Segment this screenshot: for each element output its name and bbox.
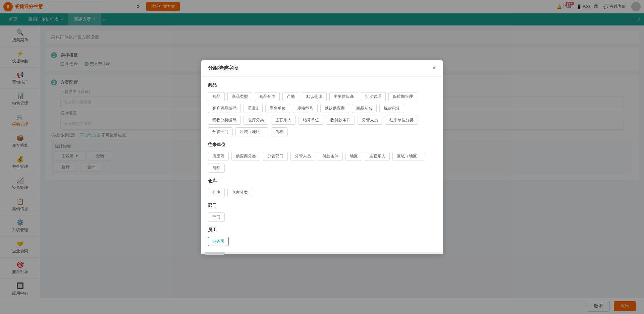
- tag-goods-main-supplier[interactable]: 主要供应商: [329, 92, 358, 101]
- tag-party-contact[interactable]: 主联系人: [365, 152, 390, 161]
- tag-goods-main-contact[interactable]: 主联系人: [271, 116, 296, 125]
- tag-wh-category[interactable]: 仓库分类: [227, 188, 252, 197]
- horizontal-scroll-thumb: [205, 252, 225, 255]
- tag-party-region[interactable]: 地区: [345, 152, 362, 161]
- tag-goods-region[interactable]: 区域（地区）: [235, 127, 268, 136]
- tag-goods-customer-code[interactable]: 客户商品编码: [208, 104, 241, 113]
- section-party-title: 往来单位: [208, 142, 436, 149]
- party-tags: 供应商 供应商分类 分管部门 分管人员 付款条件 地区 主联系人 区域（地区） …: [208, 152, 436, 173]
- section-dept: 部门 部门: [208, 202, 436, 222]
- modal-title: 分组待选字段: [208, 65, 238, 71]
- tag-goods-default-supplier[interactable]: 默认供应商: [320, 104, 349, 113]
- goods-tags: 商品 商品类型 商品分类 产地 默认仓库 主要供应商 批次管理 保质期管理 客户…: [208, 92, 436, 136]
- tag-goods-product[interactable]: 商品: [208, 92, 225, 101]
- modal-backdrop: 分组待选字段 × 商品 商品 商品类型 商品分类 产地 默认仓库 主要供应商 批…: [0, 0, 644, 314]
- tag-emp-salesman[interactable]: 业务员: [208, 237, 229, 246]
- section-warehouse-title: 仓库: [208, 178, 436, 185]
- tag-goods-wh-category[interactable]: 仓库分类: [244, 116, 268, 125]
- modal-body[interactable]: 商品 商品 商品类型 商品分类 产地 默认仓库 主要供应商 批次管理 保质期管理…: [201, 77, 443, 252]
- tag-goods-origin[interactable]: 产地: [282, 92, 299, 101]
- section-employee: 员工 业务员: [208, 227, 436, 246]
- tag-party-supplier-cat[interactable]: 供应商分类: [231, 152, 260, 161]
- modal-header: 分组待选字段 ×: [201, 60, 443, 77]
- section-dept-title: 部门: [208, 202, 436, 210]
- tag-goods-dept[interactable]: 分管部门: [208, 127, 233, 136]
- tag-goods-settlement-unit[interactable]: 结算单位: [299, 116, 323, 125]
- section-goods: 商品 商品 商品类型 商品分类 产地 默认仓库 主要供应商 批次管理 保质期管理…: [208, 82, 436, 136]
- tag-goods-batch[interactable]: 批次管理: [361, 92, 386, 101]
- tag-party-supplier[interactable]: 供应商: [208, 152, 229, 161]
- tag-goods-party-category[interactable]: 往来单位分类: [385, 116, 418, 125]
- tag-goods-points[interactable]: 炼货积分: [379, 104, 404, 113]
- section-goods-title: 商品: [208, 82, 436, 89]
- tag-goods-expiry[interactable]: 保质期管理: [388, 92, 417, 101]
- tag-party-dept[interactable]: 分管部门: [263, 152, 288, 161]
- field-select-modal: 分组待选字段 × 商品 商品 商品类型 商品分类 产地 默认仓库 主要供应商 批…: [201, 60, 443, 254]
- tag-party-payment[interactable]: 付款条件: [318, 152, 343, 161]
- modal-close-button[interactable]: ×: [432, 65, 436, 72]
- tag-goods-weight[interactable]: 重量3: [244, 104, 263, 113]
- tag-goods-retail-unit[interactable]: 零售单位: [265, 104, 290, 113]
- dept-tags: 部门: [208, 212, 436, 222]
- section-warehouse: 仓库 仓库 仓库分类: [208, 178, 436, 197]
- tag-goods-alias[interactable]: 商品别名: [352, 104, 377, 113]
- employee-tags: 业务员: [208, 237, 436, 246]
- section-party: 往来单位 供应商 供应商分类 分管部门 分管人员 付款条件 地区 主联系人 区域…: [208, 142, 436, 173]
- tag-goods-supervisor[interactable]: 分管人员: [358, 116, 382, 125]
- tag-party-supervisor[interactable]: 分管人员: [290, 152, 315, 161]
- tag-party-shortname[interactable]: 简称: [208, 164, 225, 173]
- tag-goods-shortname[interactable]: 简称: [271, 127, 288, 136]
- section-employee-title: 员工: [208, 227, 436, 234]
- modal-horizontal-scrollbar[interactable]: [201, 252, 443, 254]
- tag-goods-payment-terms[interactable]: 收付款条件: [326, 116, 355, 125]
- tag-goods-default-wh[interactable]: 默认仓库: [302, 92, 327, 101]
- tag-goods-category[interactable]: 商品分类: [255, 92, 280, 101]
- tag-wh-warehouse[interactable]: 仓库: [208, 188, 225, 197]
- tag-goods-type[interactable]: 商品类型: [227, 92, 252, 101]
- tag-goods-tax-code[interactable]: 税收分类编码: [208, 116, 241, 125]
- warehouse-tags: 仓库 仓库分类: [208, 188, 436, 197]
- tag-goods-spec[interactable]: 规格型号: [293, 104, 318, 113]
- tag-dept-dept[interactable]: 部门: [208, 212, 225, 222]
- tag-party-region2[interactable]: 区域（地区）: [392, 152, 425, 161]
